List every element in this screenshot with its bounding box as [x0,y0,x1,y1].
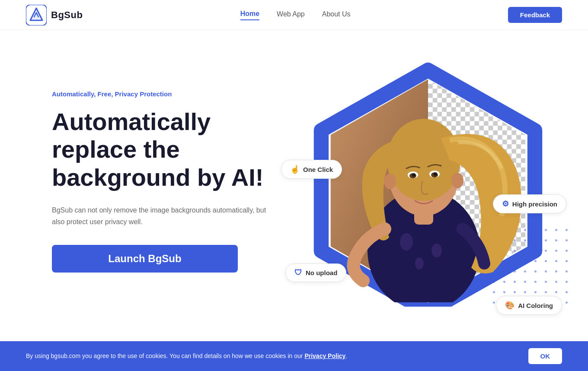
launch-button[interactable]: Launch BgSub [52,245,238,273]
shield-icon: 🛡 [294,268,302,277]
svg-point-24 [412,173,415,177]
badge-high-precision: ⚙ High precision [493,194,566,213]
svg-point-25 [434,172,437,176]
logo-text: BgSub [51,10,83,21]
hero-title-line3: background by AI! [52,164,264,191]
badge-precision-label: High precision [512,200,557,208]
one-click-icon: ☝ [290,165,300,174]
badge-ai-coloring-label: AI Coloring [518,302,553,309]
svg-point-15 [431,244,442,257]
precision-icon: ⚙ [502,199,509,209]
main-nav: Home Web App About Us [240,10,351,20]
badge-one-click-label: One Click [303,166,333,173]
badge-no-upload-label: No upload [306,269,337,276]
hero-title: Automatically replace the background by … [52,108,277,191]
svg-point-26 [384,174,396,189]
hero-left: Automatically, Free, Privacy Protection … [52,90,277,273]
logo-icon [26,5,47,25]
svg-point-14 [400,233,413,251]
hero-section: Automatically, Free, Privacy Protection … [0,30,588,341]
coloring-icon: 🎨 [505,301,514,310]
hero-image-area: ☝ One Click ⚙ High precision 🛡 No upload… [294,56,562,307]
badge-ai-coloring: 🎨 AI Coloring [496,296,562,315]
hero-title-line2: replace the [52,136,180,163]
hero-description: BgSub can not only remove the image back… [52,204,277,228]
nav-home[interactable]: Home [240,10,259,20]
svg-point-16 [415,257,424,270]
logo[interactable]: BgSub [26,5,83,25]
hero-woman-image [320,73,527,302]
hero-title-line1: Automatically [52,108,211,135]
badge-no-upload: 🛡 No upload [285,263,346,282]
svg-point-19 [387,119,460,201]
hero-subtitle: Automatically, Free, Privacy Protection [52,90,277,98]
nav-about-us[interactable]: About Us [322,10,351,20]
badge-one-click: ☝ One Click [281,160,342,179]
nav-web-app[interactable]: Web App [277,10,305,20]
header: BgSub Home Web App About Us Feedback [0,0,588,30]
feedback-button[interactable]: Feedback [508,7,562,23]
svg-point-27 [451,173,463,188]
